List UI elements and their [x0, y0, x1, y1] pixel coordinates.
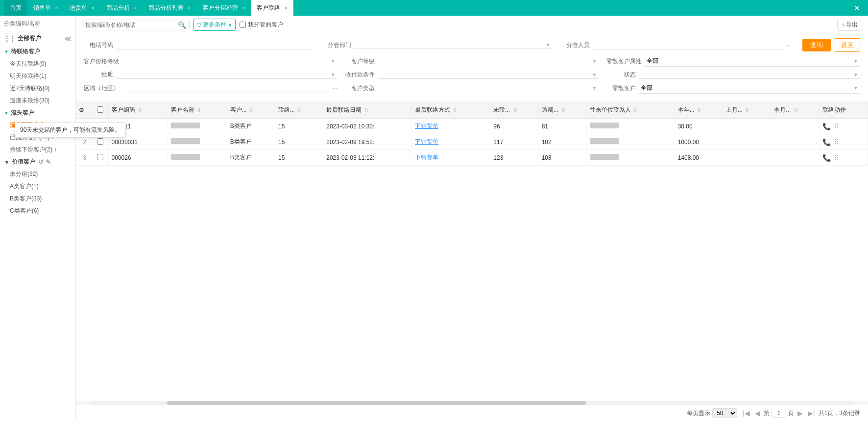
filter-phone: 电话号码 — [84, 41, 314, 50]
col-last-contact-method[interactable]: 最后联络方式 ⇅ — [412, 102, 490, 119]
tab-customer-tier[interactable]: 客户分层经营 × — [197, 0, 251, 16]
sidebar-section-pending[interactable]: ▼ 待联络客户 — [0, 46, 75, 58]
settings-button[interactable]: 设置 — [835, 38, 860, 52]
section-pending-label: 待联络客户 — [11, 48, 40, 56]
search-button-icon[interactable]: 🔍 — [178, 21, 186, 29]
tab-purchase[interactable]: 进货单 × — [64, 0, 100, 16]
sort-this-month-icon: ⇅ — [794, 107, 797, 113]
sidebar-item-tomorrow[interactable]: 明天待联络(1) — [0, 70, 75, 82]
filter-customer-level-select[interactable]: ▼ — [378, 57, 599, 65]
export-button[interactable]: ↑ 导出 — [837, 19, 862, 31]
sidebar-item-today[interactable]: 今天待联络(0) — [0, 58, 75, 70]
refresh-icon[interactable]: ↺ — [38, 158, 44, 166]
sidebar-search-input[interactable] — [4, 20, 76, 27]
filter-retail-customer-select[interactable]: 全部 ▼ — [639, 83, 860, 94]
tab-goods-analysis[interactable]: 商品分析 × — [100, 0, 143, 16]
cell-unit-contact-1 — [586, 134, 675, 150]
filter-person-dots[interactable]: ··· — [786, 42, 791, 49]
my-customers-checkbox-wrap[interactable]: 我分管的客户 — [240, 21, 283, 29]
col-last-month[interactable]: 上月... ⇅ — [723, 102, 771, 119]
tab-sales[interactable]: 销售单 × — [27, 0, 64, 16]
col-uncontacted[interactable]: 未联... ⇅ — [490, 102, 538, 119]
filter-retail-attr-select[interactable]: 全部 ▼ — [645, 56, 860, 67]
sidebar-item-week[interactable]: 近7天待联络(0) — [0, 82, 75, 95]
prev-page-button[interactable]: ◀ — [753, 409, 762, 417]
collapse-icon[interactable]: ≪ — [64, 35, 72, 43]
method-link-0[interactable]: 下销货单 — [415, 123, 438, 129]
horizontal-scrollbar[interactable] — [91, 401, 853, 405]
tab-customer-link-close[interactable]: × — [284, 5, 287, 11]
col-overdue[interactable]: 逾期... ⇅ — [538, 102, 586, 119]
sidebar-section-value[interactable]: ▼ 价值客户 ↺ ✎ — [0, 156, 75, 168]
filter-more-button[interactable]: ▽ 更多条件 ∧ — [193, 19, 236, 31]
per-page-select[interactable]: 50 20 100 — [712, 408, 737, 418]
col-customer-type[interactable]: 客户... ⇅ — [227, 102, 275, 119]
sidebar-section-lost[interactable]: ▼ 流失客户 — [0, 107, 75, 119]
sidebar-all-customers[interactable]: ⋮⋮ 全部客户 ≪ — [0, 31, 75, 46]
tab-customer-link[interactable]: 客户联络 × — [251, 0, 293, 16]
action-phone-icon-2[interactable]: 📞 — [822, 154, 831, 162]
col-code[interactable]: 客户编码 ⇅ — [108, 102, 168, 119]
sidebar-item-overdue[interactable]: 逾期未联络(30) — [0, 95, 75, 107]
my-customers-checkbox[interactable] — [240, 22, 246, 28]
filter-region-input[interactable] — [122, 84, 330, 93]
filter-region-dots[interactable]: ··· — [333, 85, 338, 92]
filter-dept-select[interactable]: ▼ — [354, 41, 552, 49]
row-checkbox-1[interactable] — [97, 138, 103, 145]
sidebar-search-wrap: 🔍 — [0, 16, 75, 31]
page-number-input[interactable] — [772, 409, 786, 418]
col-this-year[interactable]: 本年... ⇅ — [675, 102, 723, 119]
tab-goods-analysis-close[interactable]: × — [134, 5, 137, 11]
col-this-month-label: 本月... — [774, 106, 791, 113]
filter-row-4: 区域（地区） ··· 客户类型 ▼ 零散客户 全部 ▼ — [84, 83, 860, 94]
filter-customer-level: 客户等级 ▼ — [345, 57, 599, 66]
method-link-2[interactable]: 下销货单 — [415, 154, 438, 161]
action-more-icon-0[interactable]: ⠿ — [834, 123, 839, 130]
sidebar-item-class-b[interactable]: B类客户(33) — [0, 193, 75, 205]
row-checkbox-2[interactable] — [97, 154, 103, 160]
filter-phone-input[interactable] — [116, 41, 314, 50]
sidebar-item-class-c[interactable]: C类客户(6) — [0, 205, 75, 217]
col-unit-contact[interactable]: 往来单位联系人 ⇅ — [586, 102, 675, 119]
sidebar-item-down-customer[interactable]: 持续下滑客户(2) ℹ — [0, 144, 75, 156]
tab-goods-analysis-list[interactable]: 商品分析列表 × — [143, 0, 196, 16]
next-page-button[interactable]: ▶ — [796, 409, 804, 417]
col-last-contact-date[interactable]: 最后联络日期 ⇅ — [323, 102, 412, 119]
tab-purchase-close[interactable]: × — [91, 5, 94, 11]
window-close-button[interactable]: ✕ — [850, 3, 864, 13]
action-phone-icon-1[interactable]: 📞 — [822, 138, 831, 146]
edit-icon[interactable]: ✎ — [46, 158, 51, 166]
action-more-icon-1[interactable]: ⠿ — [834, 138, 839, 146]
last-page-button[interactable]: ▶| — [806, 409, 817, 417]
filter-payment-select[interactable]: ▼ — [378, 71, 599, 79]
select-all-checkbox[interactable] — [97, 106, 103, 113]
filter-customer-type-select[interactable]: ▼ — [378, 84, 599, 92]
filter-person: 分管人员 ··· — [560, 41, 791, 50]
tab-home[interactable]: 首页 — [4, 0, 27, 16]
filter-status-select[interactable]: ▼ — [639, 71, 860, 79]
col-this-month[interactable]: 本月... ⇅ — [771, 102, 819, 119]
tab-sales-close[interactable]: × — [55, 5, 58, 11]
sidebar-item-class-a[interactable]: A类客户(1) — [0, 180, 75, 193]
col-contact[interactable]: 联络... ⇅ — [275, 102, 323, 119]
tab-customer-tier-close[interactable]: × — [242, 5, 245, 11]
filter-panel: 电话号码 分管部门 ▼ 分管人员 ··· 查询 设置 — [76, 34, 868, 102]
class-c-label: C类客户(6) — [10, 207, 39, 215]
action-phone-icon-0[interactable]: 📞 — [822, 123, 831, 130]
cell-num-2: 3 — [76, 150, 94, 166]
query-button[interactable]: 查询 — [802, 39, 831, 51]
search-input[interactable] — [85, 22, 178, 28]
method-link-1[interactable]: 下销货单 — [415, 138, 438, 145]
sidebar-item-unclassified[interactable]: 未分组(32) — [0, 168, 75, 180]
sidebar-item-tomorrow-label: 明天待联络(1) — [10, 72, 47, 80]
tab-goods-analysis-list-close[interactable]: × — [188, 5, 191, 11]
filter-nature-select[interactable]: ▼ — [116, 71, 338, 79]
col-name[interactable]: 客户名称 ⇅ — [168, 102, 227, 119]
scrollbar-thumb[interactable] — [167, 401, 586, 405]
filter-person-input[interactable] — [593, 41, 783, 50]
filter-action-buttons: 查询 设置 — [798, 38, 860, 52]
settings-icon[interactable]: ⚙ — [79, 107, 84, 114]
first-page-button[interactable]: |◀ — [741, 409, 751, 417]
filter-price-level-select[interactable]: ▼ — [122, 57, 338, 65]
action-more-icon-2[interactable]: ⠿ — [834, 154, 839, 162]
